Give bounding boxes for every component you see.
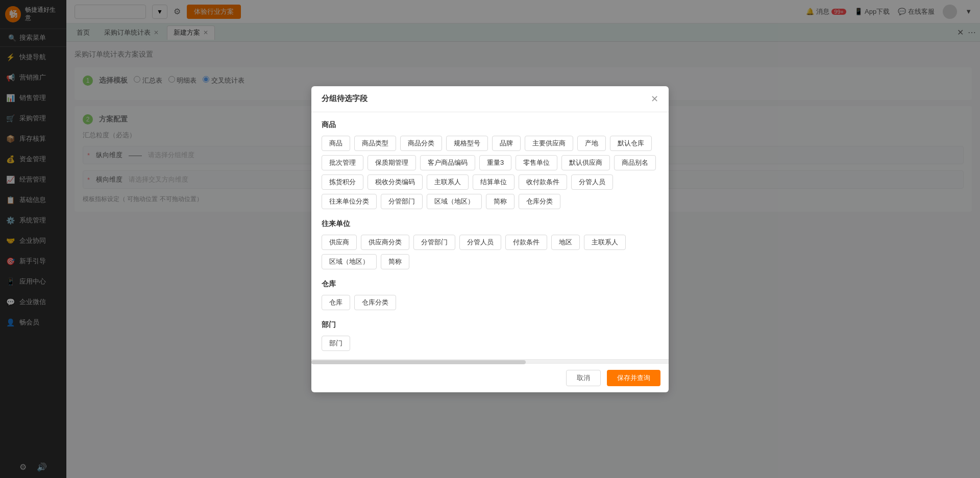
field-item[interactable]: 产地 xyxy=(577,136,606,151)
modal-overlay: 分组待选字段 ✕ 商品商品商品类型商品分类规格型号品牌主要供应商产地默认仓库批次… xyxy=(0,0,980,478)
cancel-button[interactable]: 取消 xyxy=(566,370,601,386)
modal-body[interactable]: 商品商品商品类型商品分类规格型号品牌主要供应商产地默认仓库批次管理保质期管理客户… xyxy=(311,112,669,360)
save-button[interactable]: 保存并查询 xyxy=(607,370,660,386)
field-section-title-warehouse: 仓库 xyxy=(322,280,658,289)
field-section-product: 商品商品商品类型商品分类规格型号品牌主要供应商产地默认仓库批次管理保质期管理客户… xyxy=(322,120,658,209)
field-item[interactable]: 品牌 xyxy=(492,136,521,151)
field-item[interactable]: 仓库分类 xyxy=(354,295,396,310)
field-item[interactable]: 零售单位 xyxy=(516,155,557,170)
field-item[interactable]: 部门 xyxy=(322,336,350,351)
field-item[interactable]: 简称 xyxy=(381,254,409,269)
field-section-department: 部门部门 xyxy=(322,320,658,351)
field-items-warehouse: 仓库仓库分类 xyxy=(322,295,658,310)
field-item[interactable]: 仓库分类 xyxy=(519,194,560,209)
field-section-title-partner: 往来单位 xyxy=(322,219,658,229)
field-item[interactable]: 默认仓库 xyxy=(610,136,652,151)
field-item[interactable]: 收付款条件 xyxy=(519,174,567,190)
modal-hscroll-thumb[interactable] xyxy=(311,360,526,364)
field-section-title-product: 商品 xyxy=(322,120,658,130)
field-item[interactable]: 分管部门 xyxy=(413,235,455,250)
field-item[interactable]: 分管人员 xyxy=(459,235,501,250)
field-section-warehouse: 仓库仓库仓库分类 xyxy=(322,280,658,310)
modal-close-icon[interactable]: ✕ xyxy=(651,93,658,105)
field-item[interactable]: 商品 xyxy=(322,136,350,151)
field-item[interactable]: 批次管理 xyxy=(322,155,363,170)
field-item[interactable]: 付款条件 xyxy=(505,235,547,250)
field-item[interactable]: 税收分类编码 xyxy=(368,174,423,190)
field-item[interactable]: 区域（地区） xyxy=(427,194,482,209)
field-item[interactable]: 主联系人 xyxy=(584,235,626,250)
field-item[interactable]: 商品类型 xyxy=(354,136,396,151)
modal-header: 分组待选字段 ✕ xyxy=(311,86,669,112)
field-items-product: 商品商品类型商品分类规格型号品牌主要供应商产地默认仓库批次管理保质期管理客户商品… xyxy=(322,136,658,209)
field-item[interactable]: 仓库 xyxy=(322,295,350,310)
field-item[interactable]: 往来单位分类 xyxy=(322,194,377,209)
field-item[interactable]: 默认供应商 xyxy=(561,155,610,170)
field-item[interactable]: 供应商分类 xyxy=(361,235,409,250)
field-items-department: 部门 xyxy=(322,336,658,351)
field-item[interactable]: 重量3 xyxy=(479,155,511,170)
field-item[interactable]: 保质期管理 xyxy=(368,155,416,170)
field-item[interactable]: 地区 xyxy=(551,235,580,250)
field-item[interactable]: 主联系人 xyxy=(427,174,469,190)
field-item[interactable]: 区域（地区） xyxy=(322,254,377,269)
field-section-title-department: 部门 xyxy=(322,320,658,330)
modal-hscroll[interactable] xyxy=(311,359,669,363)
field-item[interactable]: 分管部门 xyxy=(381,194,423,209)
field-item[interactable]: 规格型号 xyxy=(446,136,488,151)
field-items-partner: 供应商供应商分类分管部门分管人员付款条件地区主联系人区域（地区）简称 xyxy=(322,235,658,269)
field-section-partner: 往来单位供应商供应商分类分管部门分管人员付款条件地区主联系人区域（地区）简称 xyxy=(322,219,658,269)
field-item[interactable]: 主要供应商 xyxy=(525,136,573,151)
field-item[interactable]: 商品分类 xyxy=(400,136,442,151)
field-item[interactable]: 简称 xyxy=(486,194,514,209)
modal-dialog: 分组待选字段 ✕ 商品商品商品类型商品分类规格型号品牌主要供应商产地默认仓库批次… xyxy=(311,86,669,392)
field-item[interactable]: 客户商品编码 xyxy=(420,155,475,170)
field-item[interactable]: 拣货积分 xyxy=(322,174,363,190)
field-item[interactable]: 分管人员 xyxy=(571,174,613,190)
field-item[interactable]: 供应商 xyxy=(322,235,357,250)
modal-title: 分组待选字段 xyxy=(322,94,368,104)
field-item[interactable]: 商品别名 xyxy=(614,155,656,170)
field-item[interactable]: 结算单位 xyxy=(473,174,514,190)
